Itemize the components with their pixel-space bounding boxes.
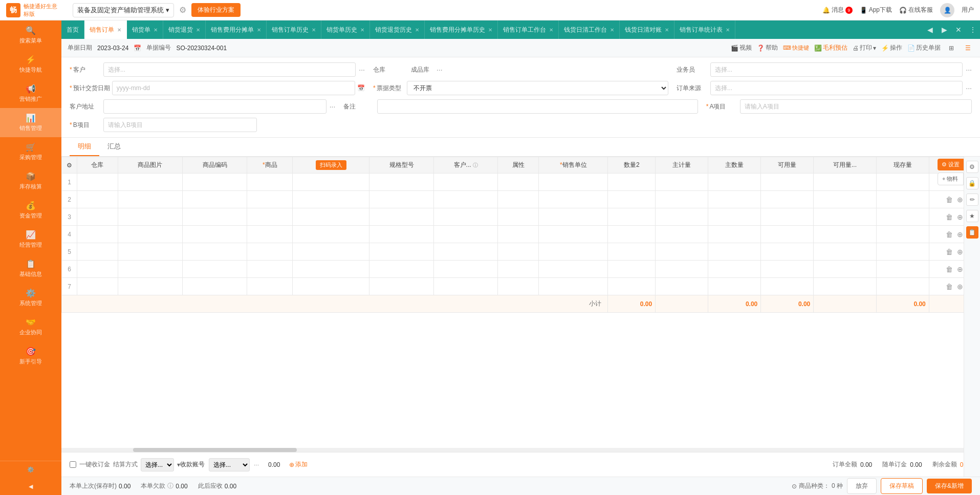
nav-next-btn[interactable]: ▶	[937, 20, 951, 39]
right-panel-btn-2[interactable]: 🔒	[966, 177, 978, 189]
nav-close-btn[interactable]: ✕	[951, 20, 966, 39]
row-4-copy-btn[interactable]: ⊕	[956, 229, 964, 240]
order-source-input[interactable]	[710, 81, 963, 95]
tab-home[interactable]: 首页	[61, 20, 84, 39]
sidebar-item-cooperation[interactable]: 🤝 企业协同	[0, 312, 61, 341]
right-panel-btn-3[interactable]: ✏	[966, 193, 978, 206]
row-2-code[interactable]	[183, 191, 247, 208]
system-name-selector[interactable]: 装备及固定资产辅助管理系统 ▾	[73, 3, 174, 17]
sidebar-collapse-btn[interactable]: ◀	[0, 478, 61, 495]
row-1-warehouse[interactable]	[77, 174, 118, 191]
sidebar-item-sales[interactable]: 📊 销售管理	[0, 108, 61, 137]
row-6-copy-btn[interactable]: ⊕	[956, 264, 964, 274]
tab-daily-reconcile-close[interactable]: ✕	[665, 27, 669, 33]
scrollbar-thumb[interactable]	[133, 448, 297, 452]
delivery-calendar-icon[interactable]: 📅	[357, 84, 365, 92]
invoice-type-select[interactable]: 不开票	[407, 81, 668, 95]
online-support-button[interactable]: 🎧 在线客服	[899, 6, 933, 14]
sidebar-item-system[interactable]: ⚙️ 系统管理	[0, 283, 61, 312]
save-new-button[interactable]: 保存&新增	[927, 479, 972, 493]
tab-expense-history-close[interactable]: ✕	[488, 27, 492, 33]
user-name[interactable]: 用户	[962, 6, 974, 14]
row-2-delete-btn[interactable]: 🗑	[945, 195, 954, 205]
tab-return-history-close[interactable]: ✕	[415, 27, 419, 33]
user-avatar[interactable]: 👤	[940, 3, 954, 17]
tab-sales-order[interactable]: 销售订单 ✕	[84, 20, 127, 39]
tab-invoice-history[interactable]: 销货单历史 ✕	[321, 20, 370, 39]
draft-button[interactable]: 保存草稿	[881, 478, 923, 494]
scan-btn[interactable]: 扫码录入	[316, 160, 346, 170]
row-5-copy-btn[interactable]: ⊕	[956, 247, 964, 257]
sidebar-item-quicknav[interactable]: ⚡ 快捷导航	[0, 50, 61, 79]
industry-solution-button[interactable]: 体验行业方案	[191, 3, 241, 17]
row-1-spec[interactable]	[369, 174, 433, 191]
discard-button[interactable]: 放弃	[847, 478, 877, 494]
tab-order-workbench[interactable]: 销售订单工作台 ✕	[498, 20, 559, 39]
sidebar-item-basic-info[interactable]: 📋 基础信息	[0, 254, 61, 283]
nav-more-btn[interactable]: ⋮	[966, 20, 980, 39]
a-project-input[interactable]	[740, 99, 972, 114]
nav-prev-btn[interactable]: ◀	[923, 20, 937, 39]
tab-expense-history[interactable]: 销售费用分摊单历史 ✕	[425, 20, 498, 39]
gear-settings-icon[interactable]: ⚙	[179, 5, 186, 15]
col-settings[interactable]: ⚙	[62, 157, 77, 174]
tab-daily-reconcile[interactable]: 钱货日清对账 ✕	[620, 20, 674, 39]
col-scan[interactable]: 扫码录入	[293, 157, 369, 174]
sidebar-item-search[interactable]: 🔍 搜索菜单	[0, 20, 61, 50]
tab-invoice-history-close[interactable]: ✕	[360, 27, 364, 33]
operate-link[interactable]: ⚡ 操作	[881, 44, 902, 52]
row-5-delete-btn[interactable]: 🗑	[945, 247, 954, 257]
note-input[interactable]	[377, 99, 698, 114]
customer-dots-btn[interactable]: ···	[359, 66, 365, 74]
tab-daily-workbench-close[interactable]: ✕	[610, 27, 614, 33]
tab-sales-invoice[interactable]: 销货单 ✕	[127, 20, 163, 39]
row-2-warehouse[interactable]	[77, 191, 118, 208]
view-link[interactable]: 🎬 视频	[731, 44, 752, 52]
tab-expense-split[interactable]: 销售费用分摊单 ✕	[206, 20, 267, 39]
add-payment-btn[interactable]: ⊕ 添加	[289, 460, 308, 469]
tab-order-stats[interactable]: 销售订单统计表 ✕	[674, 20, 735, 39]
print-link[interactable]: 🖨 打印 ▾	[853, 44, 876, 52]
tab-order-workbench-close[interactable]: ✕	[549, 27, 553, 33]
sidebar-item-purchase[interactable]: 🛒 采购管理	[0, 137, 61, 166]
row-1-cust-code[interactable]	[434, 174, 498, 191]
tab-detail[interactable]: 明细	[70, 138, 99, 156]
tab-order-stats-close[interactable]: ✕	[726, 27, 730, 33]
payment-method-select[interactable]: 选择...	[141, 458, 174, 471]
shortcut-link[interactable]: ⌨ 快捷键	[783, 44, 809, 52]
sidebar-item-guide[interactable]: 🎯 新手引导	[0, 341, 61, 371]
row-3-copy-btn[interactable]: ⊕	[956, 212, 964, 222]
add-material-btn[interactable]: + 物料	[938, 173, 964, 185]
row-1-qty2[interactable]	[608, 174, 656, 191]
address-input[interactable]	[103, 99, 326, 114]
row-7-copy-btn[interactable]: ⊕	[956, 282, 964, 292]
row-1-code[interactable]	[183, 174, 247, 191]
salesperson-dots-btn[interactable]: ···	[966, 66, 972, 74]
tab-return-history[interactable]: 销货退货历史 ✕	[370, 20, 425, 39]
account-dots-btn[interactable]: ···	[254, 461, 259, 468]
tab-order-history[interactable]: 销售订单历史 ✕	[267, 20, 321, 39]
row-4-delete-btn[interactable]: 🗑	[945, 229, 954, 240]
b-project-input[interactable]	[103, 118, 257, 132]
delivery-date-input[interactable]	[112, 81, 355, 95]
sidebar-item-marketing[interactable]: 📢 营销推广	[0, 79, 61, 108]
row-3-delete-btn[interactable]: 🗑	[945, 212, 954, 222]
profit-link[interactable]: 💹 毛利预估	[814, 44, 847, 52]
salesperson-input[interactable]	[710, 62, 963, 77]
tab-order-history-close[interactable]: ✕	[312, 27, 316, 33]
tab-summary[interactable]: 汇总	[99, 138, 129, 156]
row-1-product[interactable]	[247, 174, 293, 191]
tab-sales-order-close[interactable]: ✕	[117, 27, 121, 33]
customer-input[interactable]	[103, 62, 356, 77]
app-download-button[interactable]: 📱 App下载	[860, 6, 892, 14]
order-source-dots-btn[interactable]: ···	[966, 84, 972, 92]
right-panel-btn-5[interactable]: 📋	[966, 226, 978, 239]
sidebar-settings-btn[interactable]: ⚙️	[0, 461, 61, 478]
calendar-icon[interactable]: 📅	[134, 45, 141, 52]
layout-grid-btn[interactable]: ⊞	[946, 43, 957, 53]
account-select[interactable]: 选择...	[209, 458, 250, 471]
tab-return-close[interactable]: ✕	[196, 27, 200, 33]
tab-daily-workbench[interactable]: 钱货日清工作台 ✕	[559, 20, 620, 39]
layout-list-btn[interactable]: ☰	[962, 43, 974, 53]
auto-checkout-checkbox[interactable]	[70, 461, 76, 468]
